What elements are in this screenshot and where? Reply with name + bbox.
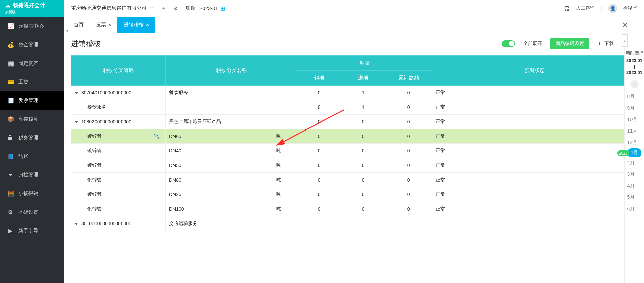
tab-close-icon[interactable]: ✕ [108, 23, 111, 27]
table-row[interactable]: 3010000000000000000交通运输服务 [71, 216, 637, 231]
sidebar-item-1[interactable]: 💰资金管理 [0, 36, 64, 54]
company-name: 重庆畅捷通交通信息咨询有限公司 [71, 5, 147, 11]
cell-alert: 正常 [432, 158, 637, 173]
table-row[interactable]: 镀锌管DN100吨000正常 [71, 202, 637, 216]
table-row[interactable]: 🔍镀锌管DN65吨000正常 [71, 129, 637, 144]
cell-alert [432, 216, 637, 231]
month-option[interactable]: 11月 [627, 125, 642, 137]
cell-in: 0 [341, 129, 385, 144]
support-link[interactable]: 人工咨询 [576, 5, 595, 11]
sidebar-item-6[interactable]: 🏛税务管理 [0, 128, 64, 147]
month-option[interactable]: 6月 [627, 203, 642, 215]
tab-2[interactable]: 进销稽核✕ [117, 17, 155, 33]
cell-name: 镀锌管 [71, 158, 166, 173]
cell-alert: 正常 [432, 173, 637, 187]
scroll-top-button[interactable]: ︽ [630, 80, 639, 88]
sidebar-item-3[interactable]: 💳工资 [0, 73, 64, 91]
cell-total: 0 [385, 158, 432, 173]
sidebar-item-9[interactable]: 🧮小畅报销 [0, 184, 64, 203]
expander-icon[interactable] [75, 121, 78, 123]
sidebar-item-label: 结账 [18, 153, 28, 160]
table-row[interactable]: 镀锌管DN25吨000正常 [71, 187, 637, 202]
cell-unit: 吨 [260, 173, 297, 187]
table-row[interactable]: 餐饮服务010正常 [71, 100, 637, 115]
period-panel-collapse[interactable]: ▸ [622, 34, 628, 47]
sidebar-item-label: 税务管理 [18, 135, 38, 141]
cell-alert: 正常 [432, 187, 637, 202]
product-code-settings-button[interactable]: 商品编码设置 [550, 38, 589, 49]
archive-icon: 🗄 [7, 172, 14, 178]
month-option[interactable]: 1月2023 [627, 148, 642, 157]
cell-alert: 正常 [432, 115, 637, 129]
sidebar-item-5[interactable]: 📦库存核算 [0, 110, 64, 128]
cell-name: 镀锌管 [71, 144, 166, 158]
cell-in: 0 [341, 187, 385, 202]
expander-icon[interactable] [75, 92, 78, 94]
gear-icon[interactable]: ⚙ [173, 6, 178, 11]
page-title: 进销稽核 [71, 39, 101, 49]
cloud-icon: ☁ [5, 2, 11, 9]
month-option[interactable]: 3月 [627, 169, 642, 180]
month-option[interactable]: 10月 [627, 114, 642, 125]
expand-all-toggle[interactable] [502, 40, 515, 47]
period-from: 2023.01 [626, 57, 642, 64]
user-name[interactable]: 徐泽华 [623, 5, 637, 11]
cell-in: 1 [341, 100, 385, 115]
calendar-icon[interactable]: ▦ [221, 6, 225, 11]
download-icon: ⭳ [597, 41, 602, 46]
month-option[interactable]: 5月 [627, 192, 642, 203]
sidebar-item-2[interactable]: 🏢固定资产 [0, 54, 64, 73]
th-qty-out[interactable]: 销项 [297, 71, 341, 86]
sidebar-item-10[interactable]: ⚙基础设置 [0, 203, 64, 221]
th-qty-group: 数量 [297, 56, 432, 71]
tab-close-icon[interactable]: ✕ [146, 23, 149, 27]
cell-in: 0 [341, 144, 385, 158]
sidebar-item-0[interactable]: 📈云报表中心 [0, 17, 64, 36]
period-range: 2023.01 | 2023.01 [626, 57, 642, 76]
company-selector[interactable]: 重庆畅捷通交通信息咨询有限公司 ﹀ [71, 5, 155, 11]
table-row[interactable]: 镀锌管DN40吨000正常 [71, 144, 637, 158]
cell-out: 0 [297, 144, 341, 158]
sidebar-item-8[interactable]: 🗄归档管理 [0, 166, 64, 184]
cell-spec: DN50 [166, 158, 260, 173]
cell-out: 0 [297, 187, 341, 202]
month-option[interactable]: 12月 [627, 137, 642, 148]
download-label: 下载 [604, 41, 614, 47]
table-row[interactable]: 镀锌管DN50吨000正常 [71, 158, 637, 173]
cell-in: 1 [341, 86, 385, 100]
month-option[interactable]: 2月 [627, 157, 642, 169]
tab-0[interactable]: 首页 [68, 17, 90, 33]
sidebar-item-label: 小畅报销 [18, 190, 38, 197]
magnify-icon[interactable]: 🔍 [154, 133, 159, 139]
avatar[interactable]: 👤 [608, 4, 617, 13]
month-option[interactable]: 8月 [627, 91, 642, 102]
month-option[interactable]: 9月 [627, 102, 642, 114]
th-alert[interactable]: 预警状态 [432, 56, 637, 86]
expander-icon[interactable] [75, 223, 78, 225]
th-tax-name[interactable]: 税收分类名称 [166, 56, 297, 86]
cell-name: 🔍镀锌管 [71, 129, 166, 144]
stock-icon: 📦 [7, 116, 14, 122]
period-value[interactable]: 2023-01 [199, 5, 218, 11]
sidebar-item-4[interactable]: 🧾发票管理 [0, 91, 64, 110]
table-row[interactable]: 1080200000000000000黑色金属冶炼及压延产品000正常 [71, 115, 637, 129]
cell-total: 0 [385, 173, 432, 187]
close-all-tabs[interactable]: ✕ [619, 19, 631, 31]
download-button[interactable]: ⭳ 下载 [597, 41, 614, 47]
sidebar-item-7[interactable]: 📘结账 [0, 147, 64, 166]
cell-unit: 吨 [260, 144, 297, 158]
period-to: 2023.01 [626, 70, 642, 76]
month-option[interactable]: 4月 [627, 180, 642, 192]
tab-1[interactable]: 发票✕ [90, 17, 117, 33]
th-qty-in[interactable]: 进项 [341, 71, 385, 86]
th-tax-code[interactable]: 税收分类编码 [71, 56, 166, 86]
add-icon[interactable]: ＋ [161, 5, 166, 11]
th-qty-total[interactable]: 累计数额 [385, 71, 432, 86]
table-row[interactable]: 3070401000000000000餐饮服务010正常 [71, 86, 637, 100]
sidebar-item-11[interactable]: ▶新手引导 [0, 221, 64, 240]
fullscreen-icon[interactable]: ⛶ [631, 22, 641, 28]
cell-in: 0 [341, 173, 385, 187]
table-row[interactable]: 镀锌管DN80吨000正常 [71, 173, 637, 187]
cell-total: 0 [385, 100, 432, 115]
cell-out [297, 216, 341, 231]
